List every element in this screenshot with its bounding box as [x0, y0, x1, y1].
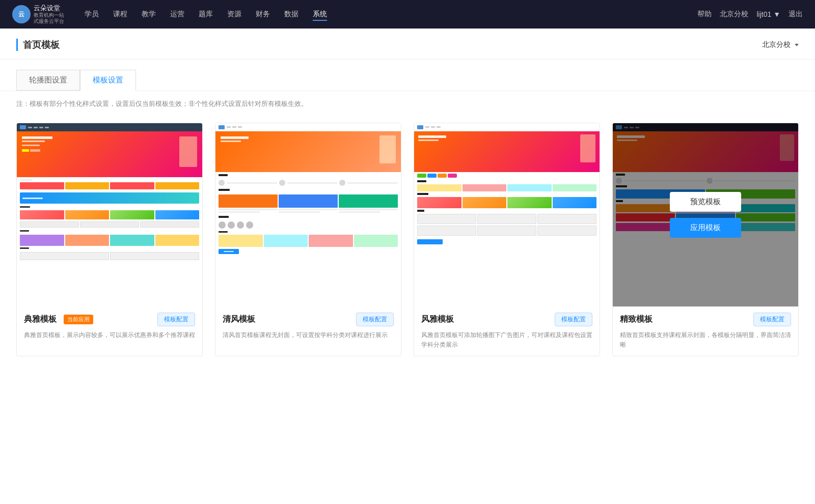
tab-carousel[interactable]: 轮播图设置: [16, 70, 80, 91]
apply-button-4[interactable]: 应用模板: [670, 218, 741, 238]
template-card-3[interactable]: 预览模板 应用模板 风雅模板 模板配置 风雅首页模板可添加轮播图下广告图片，可对…: [414, 123, 600, 356]
note-text: 注：模板有部分个性化样式设置，设置后仅当前模板生效；非个性化样式设置后针对所有模…: [0, 91, 815, 113]
user-menu[interactable]: lijt01 ▼: [756, 10, 780, 18]
current-badge-1: 当前应用: [64, 315, 93, 324]
nav-right: 帮助 北京分校 lijt01 ▼ 退出: [697, 10, 803, 19]
tab-template[interactable]: 模板设置: [80, 70, 136, 91]
logo-icon: 云: [12, 5, 31, 23]
page-title: 首页模板: [16, 39, 60, 51]
logout-link[interactable]: 退出: [789, 10, 803, 19]
nav-item-yunying[interactable]: 运营: [170, 10, 184, 19]
nav-item-shuju[interactable]: 数据: [284, 10, 298, 19]
template-name-4: 精致模板: [620, 314, 653, 325]
branch-link[interactable]: 北京分校: [720, 10, 748, 19]
template-title-row-2: 清风模板 模板配置: [223, 313, 394, 326]
nav-menu: 学员 课程 教学 运营 题库 资源 财务 数据 系统: [85, 10, 697, 19]
nav-item-xitong[interactable]: 系统: [313, 10, 327, 19]
template-name-1: 典雅模板: [24, 314, 57, 325]
template-desc-2: 清风首页模板课程无封面，可设置按学科分类对课程进行展示: [223, 330, 394, 340]
template-desc-4: 精致首页模板支持课程展示封面，各模板分隔明显，界面简洁清晰: [620, 330, 791, 350]
nav-item-ziyuan[interactable]: 资源: [227, 10, 241, 19]
template-card-2[interactable]: 预览模板 应用模板 清风模板 模板配置 清风首页模板课程无封面，可设置按学科分类…: [215, 123, 401, 356]
preview-button-4[interactable]: 预览模板: [670, 192, 741, 212]
template-name-2: 清风模板: [223, 314, 255, 325]
main-content: 首页模板 北京分校 轮播图设置 模板设置 注：模板有部分个性化样式设置，设置后仅…: [0, 29, 815, 504]
help-link[interactable]: 帮助: [697, 10, 712, 19]
template-card-1[interactable]: 预览模板 应用模板 典雅模板 当前应用 模板配置 典雅首页模板，展示内容较多，可…: [16, 123, 203, 356]
config-button-3[interactable]: 模板配置: [555, 313, 592, 326]
branch-chevron-icon: [795, 44, 799, 46]
page-header: 首页模板 北京分校: [0, 29, 815, 60]
template-title-row-3: 风雅模板 模板配置: [421, 313, 592, 326]
branch-selector[interactable]: 北京分校: [762, 40, 799, 49]
template-desc-1: 典雅首页模板，展示内容较多，可以展示优惠券和多个推荐课程: [24, 330, 195, 340]
templates-grid: 预览模板 应用模板 典雅模板 当前应用 模板配置 典雅首页模板，展示内容较多，可…: [0, 113, 815, 377]
config-button-1[interactable]: 模板配置: [157, 313, 195, 326]
template-info-4: 精致模板 模板配置 精致首页模板支持课程展示封面，各模板分隔明显，界面简洁清晰: [613, 306, 798, 356]
template-preview-2: 预览模板 应用模板: [215, 123, 401, 306]
logo[interactable]: 云 云朵设堂 教育机构一站 式服务云平台: [12, 4, 64, 24]
navbar: 云 云朵设堂 教育机构一站 式服务云平台 学员 课程 教学 运营 题库 资源 财…: [0, 0, 815, 29]
template-desc-3: 风雅首页模板可添加轮播图下广告图片，可对课程及课程包设置学科分类展示: [421, 330, 592, 350]
nav-item-kecheng[interactable]: 课程: [113, 10, 127, 19]
template-info-2: 清风模板 模板配置 清风首页模板课程无封面，可设置按学科分类对课程进行展示: [215, 306, 401, 346]
config-button-4[interactable]: 模板配置: [753, 313, 791, 326]
template-preview-1: 预览模板 应用模板: [17, 123, 202, 306]
nav-item-xueyuan[interactable]: 学员: [85, 10, 99, 19]
template-title-row-1: 典雅模板 当前应用 模板配置: [24, 313, 195, 326]
nav-item-caiwu[interactable]: 财务: [256, 10, 270, 19]
template-name-3: 风雅模板: [421, 314, 454, 325]
nav-item-tiku[interactable]: 题库: [199, 10, 213, 19]
user-dropdown-icon: ▼: [773, 10, 780, 18]
template-title-row-4: 精致模板 模板配置: [620, 313, 791, 326]
config-button-2[interactable]: 模板配置: [356, 313, 394, 326]
template-card-4[interactable]: 预览模板 应用模板 精致模板 模板配置 精致首页模板支持课程展示封面，各模板分隔…: [612, 123, 799, 356]
template-info-3: 风雅模板 模板配置 风雅首页模板可添加轮播图下广告图片，可对课程及课程包设置学科…: [414, 306, 600, 356]
template-preview-3: 预览模板 应用模板: [414, 123, 600, 306]
nav-item-jiaoxue[interactable]: 教学: [142, 10, 156, 19]
logo-text: 云朵设堂 教育机构一站 式服务云平台: [34, 4, 64, 24]
template-preview-4: 预览模板 应用模板: [613, 123, 798, 306]
tabs-container: 轮播图设置 模板设置: [0, 60, 815, 91]
template-info-1: 典雅模板 当前应用 模板配置 典雅首页模板，展示内容较多，可以展示优惠券和多个推…: [17, 306, 202, 346]
